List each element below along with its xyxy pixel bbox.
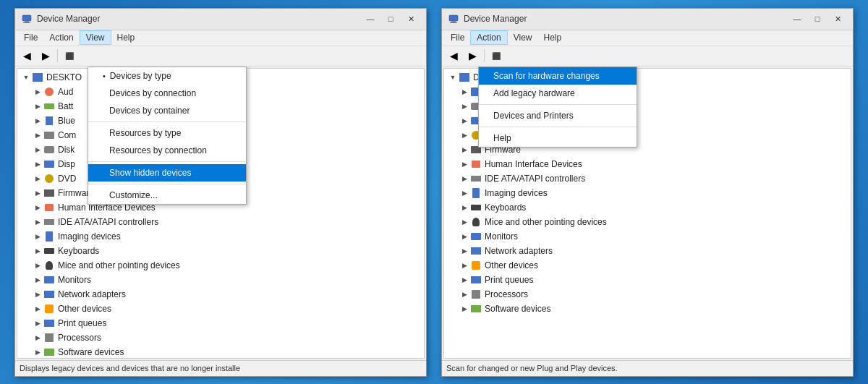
arrow: ▶ [459,245,470,257]
item-icon [43,173,55,184]
toolbar-sep-right [484,49,485,62]
check-icon: • [103,72,106,80]
menu-help-left[interactable]: Help [111,30,141,45]
list-item[interactable]: ▶ Imaging devices [17,229,424,244]
list-item[interactable]: ▶ Mice and other pointing devices [444,215,851,229]
dropdown-item-help[interactable]: Help [479,129,637,147]
arrow: ▶ [459,187,470,199]
right-device-manager-window: Device Manager — □ ✕ File Action View He… [441,8,854,377]
item-icon [43,216,55,228]
toolbar-forward-right[interactable]: ▶ [464,48,481,64]
arrow: ▶ [32,231,43,242]
menu-help-right[interactable]: Help [538,30,568,45]
app-icon-left [21,13,33,25]
arrow: ▶ [459,260,470,271]
arrow: ▶ [459,231,470,242]
arrow: ▶ [32,144,43,155]
arrow: ▶ [459,86,470,98]
item-icon [43,86,55,98]
list-item[interactable]: ▶ Network adapters [17,287,424,302]
menu-view-left[interactable]: View [80,30,111,45]
dropdown-item-devices-by-container[interactable]: Devices by container [88,102,246,119]
list-item[interactable]: ▶ Mice and other pointing devices [17,258,424,273]
list-item[interactable]: ▶ Keyboards [444,200,851,215]
list-item[interactable]: ▶ IDE ATA/ATAPI controllers [444,171,851,186]
arrow: ▶ [459,158,470,170]
arrow: ▶ [459,144,470,155]
arrow: ▶ [459,202,470,213]
list-item[interactable]: ▶ Imaging devices [444,186,851,200]
menu-action-right[interactable]: Action [470,30,507,45]
toolbar-back-right[interactable]: ◀ [445,48,462,64]
arrow: ▶ [459,129,470,141]
dropdown-item-devices-by-type[interactable]: • Devices by type [88,67,246,85]
dropdown-item-show-hidden[interactable]: Show hidden devices [88,164,246,182]
maximize-btn-left[interactable]: □ [381,12,400,26]
root-arrow-left: ▼ [20,72,32,83]
arrow: ▶ [459,274,470,286]
menu-bar-right: File Action View Help [442,30,853,46]
list-item[interactable]: ▶ Processors [17,330,424,345]
list-item[interactable]: ▶ IDE ATA/ATAPI controllers [17,215,424,229]
toolbar-forward-left[interactable]: ▶ [37,48,54,64]
list-item[interactable]: ▶ Print queues [17,316,424,330]
svg-rect-3 [449,15,458,21]
dropdown-item-scan-hardware[interactable]: Scan for hardware changes [479,67,637,85]
dropdown-item-resources-by-type[interactable]: Resources by type [88,124,246,142]
toolbar-properties-right[interactable]: ⬛ [488,48,505,64]
arrow: ▶ [32,346,43,358]
status-text-left: Displays legacy devices and devices that… [20,364,240,372]
toolbar-back-left[interactable]: ◀ [18,48,35,64]
toolbar-left: ◀ ▶ ⬛ [15,46,426,67]
toolbar-properties-left[interactable]: ⬛ [61,48,78,64]
item-icon [43,303,55,315]
svg-rect-2 [23,22,30,23]
item-icon [43,101,55,112]
menu-view-right[interactable]: View [508,30,538,45]
dropdown-item-devices-by-connection[interactable]: Devices by connection [88,85,246,102]
status-bar-left: Displays legacy devices and devices that… [15,360,426,376]
root-arrow-right: ▼ [447,72,459,83]
list-item[interactable]: ▶ Human Interface Devices [444,157,851,171]
item-icon [43,231,55,242]
close-btn-right[interactable]: ✕ [828,12,847,26]
root-icon-right [459,72,470,83]
minimize-btn-right[interactable]: — [788,12,807,26]
list-item[interactable]: ▶ Print queues [444,273,851,287]
arrow: ▶ [32,317,43,329]
app-icon-right [448,13,459,25]
list-item[interactable]: ▶ Monitors [444,229,851,244]
list-item[interactable]: ▶ Other devices [17,302,424,316]
list-item[interactable]: ▶ Keyboards [17,244,424,258]
left-device-manager-window: Device Manager — □ ✕ File Action View He… [14,8,427,377]
title-buttons-right: — □ ✕ [788,12,847,26]
item-icon [470,289,482,300]
minimize-btn-left[interactable]: — [361,12,380,26]
dropdown-item-customize[interactable]: Customize... [88,187,246,204]
menu-bar-left: File Action View Help [15,30,426,46]
menu-file-left[interactable]: File [18,30,43,45]
arrow: ▶ [32,303,43,315]
dropdown-item-resources-by-connection[interactable]: Resources by connection [88,142,246,159]
arrow: ▶ [32,202,43,213]
dropdown-sep-right-1 [479,104,637,105]
list-item[interactable]: ▶ Software devices [444,302,851,316]
content-area-right: ▼ DESKTO ▶ Computer ▶ Disk drives ▶ Disp… [442,67,853,360]
list-item[interactable]: ▶ Network adapters [444,244,851,258]
item-icon [43,332,55,344]
list-item[interactable]: ▶ Other devices [444,258,851,273]
menu-file-right[interactable]: File [445,30,470,45]
list-item[interactable]: ▶ Processors [444,287,851,302]
close-btn-left[interactable]: ✕ [401,12,420,26]
menu-action-left[interactable]: Action [43,30,79,45]
arrow: ▶ [32,86,43,98]
arrow: ▶ [32,332,43,344]
dropdown-item-devices-printers[interactable]: Devices and Printers [479,107,637,124]
dropdown-sep-3 [88,184,246,184]
list-item[interactable]: ▶ Software devices [17,345,424,359]
dropdown-item-add-legacy[interactable]: Add legacy hardware [479,85,637,102]
maximize-btn-right[interactable]: □ [808,12,827,26]
list-item[interactable]: ▶ Monitors [17,273,424,287]
arrow: ▶ [32,115,43,127]
item-icon [43,144,55,155]
